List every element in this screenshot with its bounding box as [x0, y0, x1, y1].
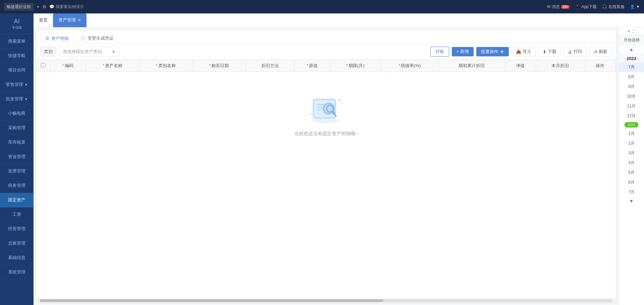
- sidebar-label-finance: 资金管理: [8, 154, 25, 160]
- import-icon: 📥: [516, 49, 521, 54]
- month-2022-11[interactable]: 11月: [619, 101, 644, 111]
- retail-arrow-icon: ▼: [24, 83, 28, 87]
- sidebar-label-search-menu: 搜索菜单: [8, 38, 25, 44]
- scrollbar-track[interactable]: [40, 299, 612, 302]
- sidebar-item-operations[interactable]: 经营管理: [0, 222, 34, 236]
- th-net-value: 净值: [504, 60, 536, 72]
- month-2023-05[interactable]: 5月: [619, 168, 644, 177]
- assets-table: *编码 *资产名称 *类别名称 *购买日期 折旧方法 *原值 *期限(月) *残…: [36, 60, 616, 72]
- th-accumulated-depreciation: 期初累计折旧: [439, 60, 504, 72]
- demo-link[interactable]: 💬 我要看实例演示: [49, 4, 84, 10]
- sidebar-item-tax[interactable]: 税务管理: [0, 179, 34, 193]
- month-2022-09[interactable]: 9月: [619, 82, 644, 92]
- batch-button[interactable]: 批量操作 ▼: [476, 47, 509, 56]
- download-button[interactable]: ⬇ 下载: [538, 47, 561, 57]
- month-2022-08[interactable]: 8月: [619, 72, 644, 82]
- sidebar-item-ledger[interactable]: 总账管理: [0, 236, 34, 251]
- user-avatar[interactable]: 👤 ▼: [630, 4, 640, 9]
- sidebar-item-invoice[interactable]: 发票管理: [0, 164, 34, 179]
- panel-close-icon[interactable]: ✕: [627, 29, 631, 34]
- reconcile-button[interactable]: 对账: [430, 47, 449, 57]
- sidebar-label-system: 系统管理: [8, 269, 25, 275]
- th-name: *资产名称: [86, 60, 139, 72]
- th-original-value: *原值: [294, 60, 330, 72]
- th-period: *期限(月): [330, 60, 380, 72]
- tab-asset-mgmt-close[interactable]: ✕: [78, 18, 81, 22]
- filter-dropdown-icon: ▼: [111, 49, 116, 54]
- month-2023-01[interactable]: 1月: [619, 129, 644, 139]
- sidebar-item-purchase[interactable]: 采购管理: [0, 121, 34, 135]
- sidebar-item-basic-info[interactable]: 基础信息: [0, 251, 34, 265]
- company-dropdown-arrow[interactable]: ▼: [36, 5, 40, 9]
- month-nav-up[interactable]: ▲: [619, 45, 644, 53]
- refresh-icon: ↺: [594, 49, 597, 54]
- sub-tab-change-voucher-label: 变更生成凭证: [88, 35, 114, 41]
- month-2023-04[interactable]: 4月: [619, 158, 644, 168]
- top-bar-left: 畅捷通好业财 ▼ ⚙ 💬 我要看实例演示: [4, 3, 544, 11]
- sub-tabs: ☰ 资产明细 📄 变更生成凭证: [36, 30, 616, 44]
- tab-home[interactable]: 首页: [34, 13, 53, 27]
- print-button[interactable]: 🖨 打印: [564, 47, 587, 57]
- toolbar: 类别 请选择固定资产类别 ▼ 对账 + 新增 批量操作 ▼: [36, 44, 616, 60]
- print-icon: 🖨: [568, 49, 572, 54]
- company-selector[interactable]: 畅捷通好业财: [4, 3, 34, 11]
- sidebar-item-inventory[interactable]: 库存核算: [0, 135, 34, 150]
- scrollbar-thumb[interactable]: [40, 299, 383, 302]
- content-area: 首页 资产管理 ✕ ☰ 资产明细 📄 变更生成凭证: [34, 13, 644, 305]
- month-list: ▲ 2022 7月 8月 9月 10月 11月 12月 2023 1月 2月 3…: [619, 45, 644, 305]
- month-2022-12[interactable]: 12月: [619, 111, 644, 121]
- month-2023-06[interactable]: 6月: [619, 177, 644, 187]
- bottom-scrollbar[interactable]: [36, 298, 616, 302]
- sidebar-item-project-contract[interactable]: 项目合同: [0, 63, 34, 78]
- month-2022-10[interactable]: 10月: [619, 92, 644, 101]
- online-service-action[interactable]: 🎧 在线客服: [602, 4, 625, 10]
- th-category: *类别名称: [139, 60, 193, 72]
- sidebar-item-ecommerce[interactable]: 小畅电商: [0, 106, 34, 121]
- sidebar-label-salary: 工资: [12, 211, 21, 217]
- sidebar-label-retail: 零售管理: [6, 82, 23, 88]
- sidebar-label-ledger: 总账管理: [8, 240, 25, 246]
- filter-category-label: 类别: [40, 47, 56, 57]
- filter-category-select[interactable]: 请选择固定资产类别 ▼: [59, 47, 119, 57]
- refresh-button[interactable]: ↺ 刷新: [589, 47, 612, 57]
- sidebar-label-quick-nav: 快捷导航: [8, 53, 25, 59]
- month-2023-03[interactable]: 3月: [619, 148, 644, 158]
- empty-text: 当前您还没有固定资产明细哦~: [294, 131, 358, 137]
- add-button[interactable]: + 新增: [452, 47, 474, 56]
- tab-asset-mgmt[interactable]: 资产管理 ✕: [53, 13, 87, 27]
- month-2022-07[interactable]: 7月: [619, 62, 644, 72]
- month-nav-down[interactable]: ▼: [619, 197, 644, 205]
- th-checkbox: [37, 60, 50, 72]
- import-button[interactable]: 📥 导入: [512, 47, 536, 57]
- app-download-action[interactable]: 📱 App下载: [575, 4, 596, 10]
- select-all-checkbox[interactable]: [41, 63, 45, 67]
- tab-home-label: 首页: [39, 17, 48, 23]
- sidebar-label-operations: 经营管理: [8, 226, 25, 232]
- panel-expand-icon[interactable]: ⛶: [632, 29, 636, 34]
- sidebar-item-quick-nav[interactable]: 快捷导航: [0, 49, 34, 63]
- asset-detail-icon: ☰: [45, 36, 49, 41]
- main-panel: ☰ 资产明细 📄 变更生成凭证 类别 请选择固定资产类别 ▼: [36, 30, 616, 302]
- sidebar: Ai 专业版 搜索菜单 快捷导航 项目合同 零售管理 ▼ 批发管理 ▼ 小畅电商…: [0, 13, 34, 305]
- sub-tab-change-voucher[interactable]: 📄 变更生成凭证: [75, 33, 119, 44]
- th-monthly-depreciation: 本月折旧: [536, 60, 584, 72]
- svg-point-12: [341, 103, 343, 104]
- sidebar-item-search-menu[interactable]: 搜索菜单: [0, 34, 34, 49]
- year-2022-header: 2022: [619, 53, 644, 62]
- message-badge: 99+: [561, 5, 570, 9]
- phone-icon: 📱: [575, 4, 580, 9]
- sidebar-item-salary[interactable]: 工资: [0, 207, 34, 222]
- month-2023-02[interactable]: 2月: [619, 139, 644, 148]
- sidebar-item-system[interactable]: 系统管理: [0, 265, 34, 279]
- page-content: ☰ 资产明细 📄 变更生成凭证 类别 请选择固定资产类别 ▼: [34, 28, 644, 305]
- year-2023-badge[interactable]: 2023: [625, 122, 638, 128]
- message-action[interactable]: ✉ 消息 99+: [547, 4, 570, 10]
- sidebar-item-wholesale[interactable]: 批发管理 ▼: [0, 92, 34, 106]
- sidebar-item-finance[interactable]: 资金管理: [0, 150, 34, 164]
- sidebar-item-fixed-assets[interactable]: 固定资产: [0, 193, 34, 207]
- month-2023-07[interactable]: 7月: [619, 187, 644, 197]
- settings-icon[interactable]: ⚙: [42, 4, 47, 9]
- sub-tab-asset-detail[interactable]: ☰ 资产明细: [40, 33, 74, 44]
- sidebar-item-retail[interactable]: 零售管理 ▼: [0, 78, 34, 92]
- sidebar-logo: Ai 专业版: [0, 13, 34, 34]
